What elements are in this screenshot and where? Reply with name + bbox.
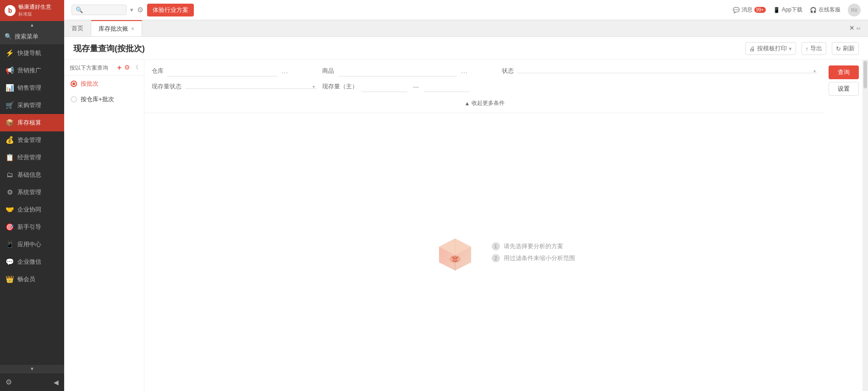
print-label: 按模板打印: [757, 44, 787, 53]
topbar-search-box[interactable]: 🔍: [71, 5, 126, 15]
settings-button[interactable]: 设置: [829, 82, 859, 96]
sidebar-item-sales[interactable]: 📊 销售管理: [0, 79, 64, 97]
filter-item-by-warehouse-batch[interactable]: 按仓库+批次: [64, 92, 144, 107]
sidebar-item-purchase[interactable]: 🛒 采购管理: [0, 97, 64, 114]
messages-btn[interactable]: 💬 消息 99+: [733, 6, 766, 14]
left-filter-panel: 按以下方案查询 + ⚙ 《 按批次 按仓库+批次: [64, 60, 144, 391]
print-btn[interactable]: 🖨 按模板打印 ▾: [745, 42, 796, 55]
refresh-btn[interactable]: ↻ 刷新: [832, 42, 859, 55]
filter-row-1: 仓库 … 商品 …: [144, 60, 825, 113]
right-scrollbar[interactable]: [863, 60, 868, 391]
tab-inventory-batch[interactable]: 库存批次账 ×: [91, 20, 142, 36]
empty-state: 1 请先选择要分析的方案 2 用过滤条件来缩小分析范围: [144, 113, 863, 391]
product-input[interactable]: [338, 65, 457, 76]
sidebar-item-member[interactable]: 👑 畅会员: [0, 271, 64, 288]
sidebar-item-label: 新手引导: [17, 223, 41, 231]
topbar-settings-icon[interactable]: ⚙: [137, 5, 143, 14]
product-label: 商品: [322, 67, 334, 75]
app-download-btn[interactable]: 📱 App下载: [773, 6, 802, 14]
page-actions: 🖨 按模板打印 ▾ ↑ 导出 ↻ 刷新: [745, 42, 859, 55]
filter-collapse-btn[interactable]: 《: [133, 64, 138, 72]
filter-row-warehouse: 仓库 … 商品 …: [152, 65, 818, 76]
tip-1-text: 请先选择要分析的方案: [504, 242, 563, 250]
status-dropdown-icon[interactable]: ▾: [813, 69, 816, 74]
topbar-search-input[interactable]: [85, 7, 121, 13]
content-area: 现存量查询(按批次) 🖨 按模板打印 ▾ ↑ 导出 ↻ 刷新: [64, 37, 868, 391]
filter-add-btn[interactable]: +: [117, 64, 121, 72]
messages-icon: 💬: [733, 7, 740, 13]
app-version: 标准版: [18, 11, 51, 17]
sidebar: b 畅康通好生意 标准版 ▲ 🔍 搜索菜单 ⚡ 快捷导航 📢 营销推广 📊 销售…: [0, 0, 64, 391]
sidebar-item-system[interactable]: ⚙ 系统管理: [0, 184, 64, 201]
sidebar-item-guide[interactable]: 🎯 新手引导: [0, 218, 64, 236]
sidebar-item-label: 快捷导航: [17, 49, 41, 57]
warehouse-dots-btn[interactable]: …: [281, 67, 288, 75]
sidebar-item-quick-nav[interactable]: ⚡ 快捷导航: [0, 44, 64, 62]
sidebar-item-wechat[interactable]: 💬 企业微信: [0, 253, 64, 271]
sidebar-scroll-down[interactable]: ▼: [0, 365, 64, 373]
warehouse-input[interactable]: [167, 65, 277, 76]
filter-row-inventory: 现存量状态 ▾ 现存量（主）: [152, 81, 818, 92]
user-avatar-btn[interactable]: Rit: [848, 4, 861, 16]
sidebar-scroll-up[interactable]: ▲: [0, 21, 64, 29]
footer-settings-icon[interactable]: ⚙: [5, 378, 12, 386]
inventory-status-dropdown-icon[interactable]: ▾: [313, 84, 315, 89]
inventory-qty-from-input[interactable]: [362, 81, 407, 92]
system-icon: ⚙: [5, 188, 14, 196]
sidebar-item-label: 资金管理: [17, 136, 41, 144]
scrollbar-thumb[interactable]: [863, 61, 867, 88]
empty-tip-1: 1 请先选择要分析的方案: [492, 242, 575, 250]
collapse-more-btn[interactable]: ▲ 收起更多条件: [152, 97, 818, 107]
content-body: 按以下方案查询 + ⚙ 《 按批次 按仓库+批次: [64, 60, 868, 391]
topbar-right: 💬 消息 99+ 📱 App下载 🎧 在线客服 Rit: [733, 4, 861, 16]
topbar: 🔍 ▾ ⚙ 体验行业方案 💬 消息 99+ 📱 App下载 🎧 在线客服: [64, 0, 868, 20]
tip-2-num: 2: [492, 254, 500, 262]
marketing-icon: 📢: [5, 66, 14, 75]
sidebar-footer: ⚙ ◀: [0, 373, 64, 391]
panel-close-button[interactable]: ×: [849, 23, 854, 33]
export-btn[interactable]: ↑ 导出: [802, 42, 827, 55]
sidebar-item-operations[interactable]: 📋 经营管理: [0, 149, 64, 166]
sidebar-item-label: 基础信息: [17, 171, 41, 179]
filter-item-by-batch[interactable]: 按批次: [64, 76, 144, 92]
sidebar-item-label: 库存核算: [17, 119, 41, 127]
empty-tip-2: 2 用过滤条件来缩小分析范围: [492, 254, 575, 262]
sidebar-item-finance[interactable]: 💰 资金管理: [0, 131, 64, 149]
filter-item-label: 按仓库+批次: [81, 95, 114, 103]
sidebar-item-marketing[interactable]: 📢 营销推广: [0, 62, 64, 79]
app-logo: b: [5, 5, 16, 16]
footer-collapse-icon[interactable]: ◀: [54, 379, 59, 386]
sidebar-search[interactable]: 🔍 搜索菜单: [0, 29, 64, 44]
sales-icon: 📊: [5, 84, 14, 92]
export-label: 导出: [810, 44, 822, 53]
basic-icon: 🗂: [5, 171, 14, 179]
product-dots-btn[interactable]: …: [461, 67, 468, 75]
online-support-btn[interactable]: 🎧 在线客服: [810, 6, 841, 14]
panel-resize-icon: ⇔: [856, 25, 861, 32]
sidebar-item-label: 企业协同: [17, 206, 41, 214]
warehouse-label: 仓库: [152, 67, 164, 75]
sidebar-item-basic[interactable]: 🗂 基础信息: [0, 166, 64, 184]
filter-field-warehouse: 仓库 …: [152, 65, 317, 76]
refresh-icon: ↻: [836, 45, 841, 52]
inventory-qty-to-input[interactable]: [424, 81, 470, 92]
tab-home[interactable]: 首页: [71, 20, 91, 36]
inventory-qty-dash: —: [411, 83, 421, 90]
app-download-icon: 📱: [773, 7, 780, 13]
sidebar-item-inventory[interactable]: 📦 库存核算: [0, 114, 64, 131]
experience-btn[interactable]: 体验行业方案: [147, 4, 194, 16]
chevron-up-icon: ▲: [465, 100, 470, 107]
purchase-icon: 🛒: [5, 101, 14, 109]
query-button[interactable]: 查询: [829, 65, 859, 79]
filter-settings-btn[interactable]: ⚙: [124, 64, 130, 72]
tab-close-icon[interactable]: ×: [131, 26, 134, 32]
print-dropdown-icon[interactable]: ▾: [789, 45, 792, 52]
finance-icon: 💰: [5, 136, 14, 144]
collapse-more-label: 收起更多条件: [472, 99, 505, 107]
inventory-status-select-wrapper: ▾: [185, 85, 317, 89]
refresh-label: 刷新: [843, 44, 855, 53]
tabbar: 首页 库存批次账 × × ⇔: [64, 20, 868, 37]
sidebar-item-app-center[interactable]: 📱 应用中心: [0, 236, 64, 253]
topbar-dropdown-icon[interactable]: ▾: [130, 6, 133, 13]
sidebar-item-enterprise[interactable]: 🤝 企业协同: [0, 201, 64, 218]
